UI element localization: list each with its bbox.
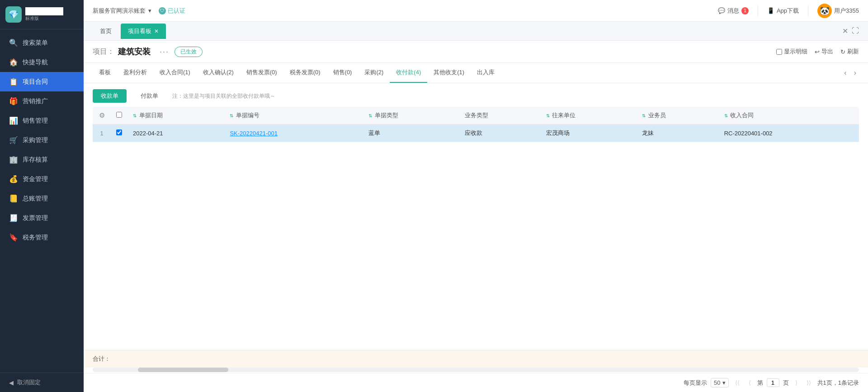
sidebar-item-ledger[interactable]: 📒 总账管理: [0, 189, 84, 208]
sidebar-item-marketing[interactable]: 🎁 营销推广: [0, 91, 84, 111]
window-controls: ✕ ⛶: [842, 27, 859, 35]
col-income-contract: ⇅ 收入合同: [719, 107, 859, 124]
sidebar-nav: 🔍 搜索菜单🏠 快捷导航📋 项目合同🎁 营销推广📊 销售管理🛒 采购管理🏢 库存…: [0, 29, 84, 251]
sidebar: 💎 畅捷通好业财 标准版 🔍 搜索菜单🏠 快捷导航📋 项目合同🎁 营销推广📊 销…: [0, 0, 84, 392]
col-date: ⇅ 单据日期: [127, 107, 224, 124]
tab-project-board-label: 项目看板: [128, 27, 151, 35]
row-type: 蓝单: [363, 124, 459, 142]
subnav-kanban[interactable]: 看板: [93, 63, 117, 83]
subnav-in-out[interactable]: 出入库: [471, 63, 501, 83]
sidebar-item-quick[interactable]: 🏠 快捷导航: [0, 53, 84, 72]
sub-tab-hint: 注：这里是与项目关联的全部收付款单哦～: [172, 92, 275, 100]
refresh-label: 刷新: [847, 48, 859, 56]
first-page-btn[interactable]: ⟨⟨: [732, 378, 742, 387]
row-checkbox-cell[interactable]: [111, 124, 127, 142]
phone-icon: 📱: [767, 7, 774, 14]
payment-tab-btn[interactable]: 付款单: [132, 89, 167, 103]
subnav-receipts[interactable]: 收付款(4): [390, 63, 427, 83]
account-dropdown-icon: ▾: [148, 7, 151, 14]
logo-main: 畅捷通好业财: [25, 7, 63, 15]
tabbar: 首页 项目看板 ✕ ✕ ⛶: [84, 22, 868, 41]
tab-project-board[interactable]: 项目看板 ✕: [121, 24, 166, 39]
sidebar-item-purchase[interactable]: 🛒 采购管理: [0, 130, 84, 150]
show-detail-input[interactable]: [776, 49, 782, 55]
subnav-purchase[interactable]: 采购(2): [358, 63, 390, 83]
sort-icon6: ⇅: [724, 113, 728, 118]
sub-nav-prev-icon[interactable]: ‹: [841, 67, 849, 79]
topbar-left: 新服务官网演示账套 ▾ 🛡 已认证: [93, 7, 185, 15]
next-page-btn[interactable]: ⟩: [793, 378, 800, 387]
quick-nav-icon: 🏠: [9, 58, 18, 67]
col-partner-label: 往来单位: [552, 112, 576, 119]
sidebar-item-contract[interactable]: 📋 项目合同: [0, 72, 84, 91]
subnav-sales[interactable]: 销售(0): [327, 63, 359, 83]
show-detail-label: 显示明细: [784, 48, 807, 56]
show-detail-checkbox[interactable]: 显示明细: [776, 48, 807, 56]
sidebar-item-search[interactable]: 🔍 搜索菜单: [0, 33, 84, 53]
logo-text: 畅捷通好业财 标准版: [25, 7, 63, 22]
data-table: ⚙ ⇅ 单据日期 ⇅ 单据编号: [93, 107, 859, 142]
sub-nav-next-icon[interactable]: ›: [851, 67, 859, 79]
prev-page-btn[interactable]: ⟨: [746, 378, 754, 387]
col-type: ⇅ 单据类型: [363, 107, 459, 124]
receipt-tab-btn[interactable]: 收款单: [93, 89, 127, 103]
scroll-thumb[interactable]: [138, 368, 228, 372]
sidebar-unpin[interactable]: ◀ 取消固定: [0, 373, 84, 392]
contract-nav-label: 项目合同: [23, 78, 48, 86]
unpin-icon: ◀: [9, 379, 14, 386]
page-number-input[interactable]: [767, 378, 779, 387]
close-window-btn[interactable]: ✕: [842, 27, 848, 35]
maximize-window-btn[interactable]: ⛶: [852, 27, 859, 35]
project-title: 项目： 建筑安装: [93, 46, 151, 57]
settings-icon[interactable]: ⚙: [99, 111, 105, 119]
per-page-dropdown-icon: ▾: [722, 379, 726, 386]
row-checkbox[interactable]: [116, 129, 122, 135]
sidebar-scroll: 🔍 搜索菜单🏠 快捷导航📋 项目合同🎁 营销推广📊 销售管理🛒 采购管理🏢 库存…: [0, 29, 84, 373]
per-page-select[interactable]: 50 ▾: [711, 378, 728, 387]
select-all-checkbox[interactable]: [116, 112, 122, 118]
sales-nav-icon: 📊: [9, 116, 18, 125]
page-suffix: 页: [783, 379, 789, 387]
doc-link[interactable]: SK-20220421-001: [230, 130, 278, 137]
search-nav-icon: 🔍: [9, 38, 18, 47]
subnav-income-contract[interactable]: 收入合同(1): [153, 63, 197, 83]
subnav-other-expense[interactable]: 其他收支(1): [427, 63, 471, 83]
sidebar-item-inventory[interactable]: 🏢 库存核算: [0, 150, 84, 169]
sidebar-item-invoice[interactable]: 🧾 发票管理: [0, 208, 84, 228]
col-checkbox: [111, 107, 127, 124]
sidebar-item-finance[interactable]: 💰 资金管理: [0, 169, 84, 189]
subnav-tax-invoice[interactable]: 税务发票(0): [283, 63, 327, 83]
table-body: 1 2022-04-21 SK-20220421-001 蓝单 应收款 宏茂商场…: [93, 124, 859, 142]
topbar: 新服务官网演示账套 ▾ 🛡 已认证 💬 消息 1 📱 App下载 🐼 用: [84, 0, 868, 22]
tab-close-icon[interactable]: ✕: [154, 28, 159, 34]
scroll-row: [84, 368, 868, 373]
total-records-label: 共1页，1条记录: [817, 379, 859, 387]
sub-tabs: 收款单 付款单 注：这里是与项目关联的全部收付款单哦～: [84, 83, 868, 107]
tab-home[interactable]: 首页: [93, 24, 119, 39]
message-btn[interactable]: 💬 消息 1: [718, 7, 749, 15]
col-number-label: 单据编号: [236, 112, 259, 119]
scroll-track[interactable]: [93, 368, 859, 372]
purchase-nav-icon: 🛒: [9, 136, 18, 144]
sidebar-item-tax[interactable]: 🔖 税务管理: [0, 228, 84, 247]
subnav-sales-invoice[interactable]: 销售发票(0): [240, 63, 283, 83]
table-footer: 合计：: [84, 350, 868, 368]
account-name: 新服务官网演示账套: [93, 7, 146, 15]
last-page-btn[interactable]: ⟩⟩: [804, 378, 814, 387]
message-icon: 💬: [718, 7, 725, 14]
message-badge: 1: [741, 7, 749, 14]
subnav-income-confirm[interactable]: 收入确认(2): [197, 63, 240, 83]
col-settings[interactable]: ⚙: [93, 107, 111, 124]
user-profile[interactable]: 🐼 用户3355: [817, 4, 859, 18]
account-selector[interactable]: 新服务官网演示账套 ▾: [93, 7, 151, 15]
table-row[interactable]: 1 2022-04-21 SK-20220421-001 蓝单 应收款 宏茂商场…: [93, 124, 859, 142]
more-options-btn[interactable]: ···: [160, 47, 169, 57]
export-btn[interactable]: ↩ 导出: [815, 48, 833, 56]
per-page-label: 每页显示: [684, 379, 707, 387]
sidebar-item-sales[interactable]: 📊 销售管理: [0, 111, 84, 130]
row-number[interactable]: SK-20220421-001: [224, 124, 363, 142]
invoice-nav-icon: 🧾: [9, 214, 18, 222]
refresh-btn[interactable]: ↻ 刷新: [840, 48, 859, 56]
app-download-btn[interactable]: 📱 App下载: [767, 7, 799, 15]
subnav-profit[interactable]: 盈利分析: [117, 63, 153, 83]
